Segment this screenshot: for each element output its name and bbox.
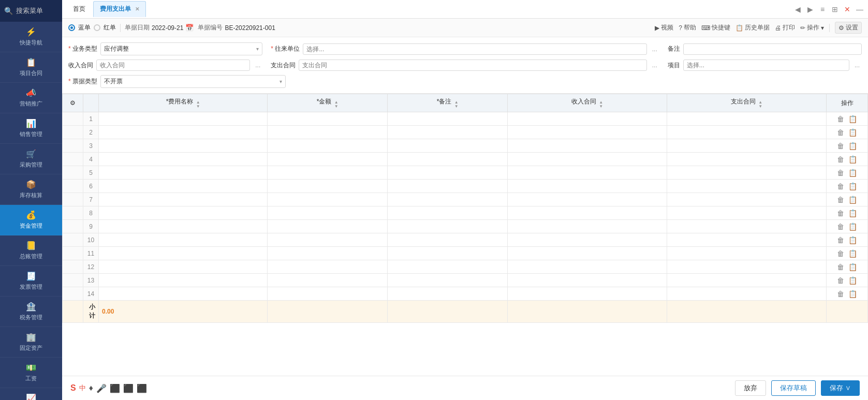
row-expense-name-6[interactable]	[99, 180, 268, 193]
row-amount-11[interactable]	[268, 247, 388, 260]
remark-input[interactable]	[683, 43, 862, 55]
row-expense-name-5[interactable]	[99, 166, 268, 180]
box1-icon[interactable]: ⬛	[110, 383, 120, 393]
copy-icon-10[interactable]: 📋	[848, 236, 857, 244]
history-action[interactable]: 📋 历史单据	[735, 23, 770, 32]
row-expense-name-8[interactable]	[99, 206, 268, 220]
row-expense-contract-1[interactable]	[667, 112, 827, 126]
row-expense-name-13[interactable]	[99, 274, 268, 287]
row-remark-12[interactable]	[388, 260, 508, 274]
row-amount-3[interactable]	[268, 139, 388, 153]
row-expense-contract-2[interactable]	[667, 126, 827, 139]
tab-expense[interactable]: 费用支出单 ✕	[93, 1, 146, 17]
delete-icon-6[interactable]: 🗑	[837, 182, 844, 190]
row-expense-name-11[interactable]	[99, 247, 268, 260]
row-remark-3[interactable]	[388, 139, 508, 153]
mic-icon[interactable]: 🎤	[96, 383, 107, 393]
row-amount-4[interactable]	[268, 153, 388, 166]
row-amount-5[interactable]	[268, 166, 388, 180]
row-remark-6[interactable]	[388, 180, 508, 193]
sidebar-item-fixed-assets[interactable]: 🏢 固定资产	[0, 327, 62, 358]
blue-bill-radio[interactable]: 蓝单	[68, 23, 91, 32]
col-remark[interactable]: *备注 ▲ ▼	[388, 94, 508, 112]
row-expense-contract-7[interactable]	[667, 193, 827, 206]
row-remark-1[interactable]	[388, 112, 508, 126]
delete-icon-2[interactable]: 🗑	[837, 128, 844, 137]
grid-view-icon[interactable]: ⊞	[831, 5, 839, 13]
row-remark-14[interactable]	[388, 287, 508, 301]
list-view-icon[interactable]: ≡	[818, 5, 827, 13]
row-expense-contract-12[interactable]	[667, 260, 827, 274]
diamond-icon[interactable]: ♦	[89, 383, 93, 393]
sidebar-item-sales[interactable]: 📊 销售管理	[0, 113, 62, 144]
row-income-contract-7[interactable]	[508, 193, 667, 206]
print-action[interactable]: 🖨 打印	[775, 23, 795, 32]
copy-icon-9[interactable]: 📋	[848, 223, 857, 231]
sidebar-item-operations[interactable]: 📈 经营管理	[0, 388, 62, 400]
box3-icon[interactable]: ⬛	[137, 383, 147, 393]
row-amount-9[interactable]	[268, 220, 388, 233]
row-expense-contract-10[interactable]	[667, 233, 827, 247]
project-ellipsis[interactable]: ...	[852, 62, 862, 69]
row-amount-2[interactable]	[268, 126, 388, 139]
row-expense-name-4[interactable]	[99, 153, 268, 166]
delete-icon-4[interactable]: 🗑	[837, 155, 844, 164]
payee-ellipsis[interactable]: ...	[650, 46, 659, 53]
tab-close-icon[interactable]: ✕	[135, 6, 139, 12]
row-income-contract-9[interactable]	[508, 220, 667, 233]
delete-icon-3[interactable]: 🗑	[837, 142, 844, 150]
sidebar-item-quick-nav[interactable]: ⚡ 快捷导航	[0, 22, 62, 52]
row-expense-contract-5[interactable]	[667, 166, 827, 180]
col-settings[interactable]: ⚙	[63, 94, 83, 112]
row-amount-7[interactable]	[268, 193, 388, 206]
row-expense-name-10[interactable]	[99, 233, 268, 247]
copy-icon-3[interactable]: 📋	[848, 142, 857, 150]
row-expense-contract-4[interactable]	[667, 153, 827, 166]
row-remark-10[interactable]	[388, 233, 508, 247]
settings-button[interactable]: ⚙ 设置	[835, 22, 862, 34]
row-income-contract-4[interactable]	[508, 153, 667, 166]
delete-icon-14[interactable]: 🗑	[837, 290, 844, 298]
delete-icon-12[interactable]: 🗑	[837, 263, 844, 271]
row-income-contract-1[interactable]	[508, 112, 667, 126]
row-amount-12[interactable]	[268, 260, 388, 274]
payee-input[interactable]	[303, 43, 646, 55]
delete-icon-8[interactable]: 🗑	[837, 209, 844, 217]
row-expense-name-9[interactable]	[99, 220, 268, 233]
row-amount-8[interactable]	[268, 206, 388, 220]
row-amount-14[interactable]	[268, 287, 388, 301]
row-expense-contract-11[interactable]	[667, 247, 827, 260]
row-remark-8[interactable]	[388, 206, 508, 220]
delete-icon-1[interactable]: 🗑	[837, 115, 844, 123]
expense-contract-ellipsis[interactable]: ...	[650, 62, 659, 69]
nav-next-icon[interactable]: ▶	[806, 5, 814, 13]
row-remark-4[interactable]	[388, 153, 508, 166]
tab-home[interactable]: 首页	[66, 1, 92, 17]
copy-icon-1[interactable]: 📋	[848, 115, 857, 123]
nav-prev-icon[interactable]: ◀	[793, 5, 802, 13]
row-remark-9[interactable]	[388, 220, 508, 233]
row-remark-11[interactable]	[388, 247, 508, 260]
red-bill-radio[interactable]: 红单	[94, 23, 116, 32]
sidebar-item-tax[interactable]: 🏦 税务管理	[0, 297, 62, 327]
row-income-contract-10[interactable]	[508, 233, 667, 247]
table-container[interactable]: ⚙ *费用名称 ▲ ▼ *金额	[62, 94, 868, 376]
income-contract-ellipsis[interactable]: ...	[253, 62, 262, 69]
sidebar-item-funds[interactable]: 💰 资金管理	[0, 205, 62, 235]
row-expense-name-2[interactable]	[99, 126, 268, 139]
row-expense-contract-9[interactable]	[667, 220, 827, 233]
business-type-select-wrapper[interactable]: 应付调整 ▾	[100, 42, 262, 55]
video-action[interactable]: ▶ 视频	[655, 23, 673, 32]
row-income-contract-14[interactable]	[508, 287, 667, 301]
row-expense-contract-14[interactable]	[667, 287, 827, 301]
sidebar-item-invoice[interactable]: 🧾 发票管理	[0, 266, 62, 297]
expense-contract-input[interactable]	[299, 60, 646, 71]
row-expense-contract-6[interactable]	[667, 180, 827, 193]
close-window-icon[interactable]: ✕	[843, 5, 851, 13]
row-income-contract-5[interactable]	[508, 166, 667, 180]
shortcuts-action[interactable]: ⌨ 快捷键	[701, 23, 730, 32]
row-income-contract-8[interactable]	[508, 206, 667, 220]
sidebar-search[interactable]: 🔍 搜索菜单	[0, 0, 62, 22]
row-expense-name-7[interactable]	[99, 193, 268, 206]
row-amount-10[interactable]	[268, 233, 388, 247]
